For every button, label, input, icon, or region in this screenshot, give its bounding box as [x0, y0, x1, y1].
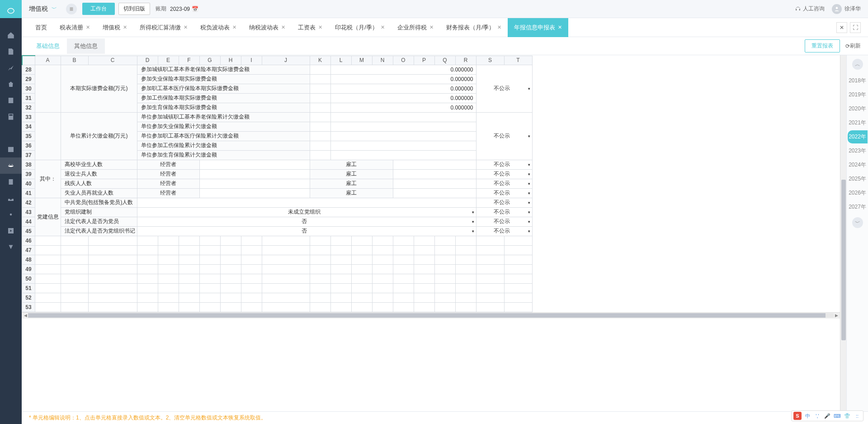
cell[interactable] [372, 255, 393, 264]
nav-receipt-icon[interactable] [0, 174, 22, 190]
nav-chart-icon[interactable] [0, 60, 22, 76]
cell[interactable] [330, 150, 476, 160]
row-header-47[interactable]: 47 [22, 245, 35, 255]
group3-col1-1[interactable]: 经营者 [137, 169, 199, 179]
cell[interactable] [199, 264, 220, 274]
group4-header[interactable]: 党建信息 [35, 198, 61, 236]
row-header-30[interactable]: 30 [22, 84, 35, 93]
nav-bowl-icon[interactable] [0, 157, 22, 174]
nav-calc-icon[interactable] [0, 109, 22, 125]
tab-close-icon[interactable]: ✕ [381, 24, 385, 30]
tab-5[interactable]: 纳税波动表✕ [243, 18, 292, 37]
group3-row-0[interactable]: 高校毕业生人数 [61, 160, 137, 169]
cell[interactable] [393, 302, 414, 312]
cell[interactable] [330, 255, 351, 264]
group2-row-1[interactable]: 单位参加失业保险累计欠缴金额 [137, 122, 310, 131]
group2-header[interactable]: 单位累计欠缴金额(万元) [61, 112, 137, 160]
ime-icon-4[interactable]: ⌨ [833, 412, 841, 420]
cell[interactable] [310, 74, 330, 84]
cell[interactable] [455, 236, 476, 245]
cell[interactable] [476, 274, 504, 283]
cell[interactable] [310, 122, 330, 131]
cell[interactable] [158, 255, 179, 264]
cell[interactable] [372, 283, 393, 293]
cell[interactable] [137, 255, 158, 264]
consult-link[interactable]: 人工咨询 [795, 5, 825, 13]
cell[interactable] [414, 274, 434, 283]
cell[interactable]: 不公示 [476, 198, 532, 207]
cell[interactable] [137, 245, 158, 255]
cell[interactable] [434, 293, 455, 302]
cell[interactable]: 不公示 [476, 226, 532, 236]
tab-close-icon[interactable]: ✕ [123, 24, 127, 30]
cell[interactable] [393, 293, 414, 302]
cell[interactable] [351, 255, 372, 264]
tab-10[interactable]: 年报信息申报表✕ [508, 18, 568, 37]
nav-clipboard-icon[interactable] [0, 92, 22, 109]
col-header-F[interactable]: F [179, 56, 199, 65]
cell[interactable] [179, 302, 199, 312]
year-2026年[interactable]: 2026年 [848, 186, 868, 200]
cell[interactable] [199, 255, 220, 264]
year-2021年[interactable]: 2021年 [848, 116, 868, 129]
cell[interactable] [310, 236, 330, 245]
cell[interactable] [310, 84, 330, 93]
cell[interactable] [414, 283, 434, 293]
cell[interactable] [434, 264, 455, 274]
cell[interactable] [393, 236, 414, 245]
group3-col2-0[interactable]: 雇工 [310, 160, 393, 169]
cell[interactable] [393, 255, 414, 264]
group3-row-1[interactable]: 退役士兵人数 [61, 169, 137, 179]
user-menu[interactable]: 徐泽华 [832, 4, 861, 14]
tab-4[interactable]: 税负波动表✕ [194, 18, 243, 37]
cell[interactable] [414, 302, 434, 312]
cell[interactable] [220, 283, 241, 293]
cell[interactable] [351, 302, 372, 312]
tab-2[interactable]: 增值税✕ [96, 18, 133, 37]
cell[interactable] [504, 302, 532, 312]
cell[interactable] [88, 245, 137, 255]
cell[interactable] [351, 236, 372, 245]
cell[interactable] [455, 255, 476, 264]
group2-row-2[interactable]: 单位参加职工基本医疗保险累计欠缴金额 [137, 131, 310, 141]
cell[interactable] [61, 293, 88, 302]
row-header-46[interactable]: 46 [22, 236, 35, 245]
cell[interactable] [220, 293, 241, 302]
row-header-43[interactable]: 43 [22, 207, 35, 217]
cell[interactable] [310, 274, 330, 283]
year-panel-up-icon[interactable]: ︿ [852, 59, 863, 70]
cell[interactable] [241, 302, 262, 312]
ime-toolbar[interactable]: S中','🎤⌨👕:: [791, 410, 863, 421]
vertical-scrollbar[interactable] [840, 55, 846, 411]
cell[interactable] [137, 264, 158, 274]
year-2020年[interactable]: 2020年 [848, 102, 868, 115]
row-header-53[interactable]: 53 [22, 302, 35, 312]
row-header-32[interactable]: 32 [22, 103, 35, 112]
row-header-29[interactable]: 29 [22, 74, 35, 84]
col-header-K[interactable]: K [310, 56, 330, 65]
group2-disclose[interactable]: 不公示 [476, 112, 532, 160]
group3-col1-3[interactable]: 经营者 [137, 188, 199, 198]
col-header-P[interactable]: P [414, 56, 434, 65]
cell[interactable] [220, 245, 241, 255]
cell[interactable] [351, 274, 372, 283]
col-header-L[interactable]: L [330, 56, 351, 65]
tab-6[interactable]: 工资表✕ [292, 18, 329, 37]
ime-icon-2[interactable]: ',' [813, 412, 821, 420]
cell[interactable] [504, 255, 532, 264]
cell[interactable] [262, 255, 310, 264]
hscroll-right-icon[interactable]: ▶ [834, 313, 839, 318]
tab-7[interactable]: 印花税（月/季）✕ [329, 18, 391, 37]
row-header-36[interactable]: 36 [22, 141, 35, 150]
col-header-S[interactable]: S [476, 56, 504, 65]
cell[interactable] [310, 103, 330, 112]
subtab-basic[interactable]: 基础信息 [29, 38, 67, 54]
cell[interactable] [351, 245, 372, 255]
cell[interactable] [61, 302, 88, 312]
cell[interactable] [393, 179, 476, 188]
cell[interactable] [179, 245, 199, 255]
group3-row-3[interactable]: 失业人员再就业人数 [61, 188, 137, 198]
cell[interactable] [199, 188, 310, 198]
cell[interactable] [504, 274, 532, 283]
cell[interactable] [434, 283, 455, 293]
